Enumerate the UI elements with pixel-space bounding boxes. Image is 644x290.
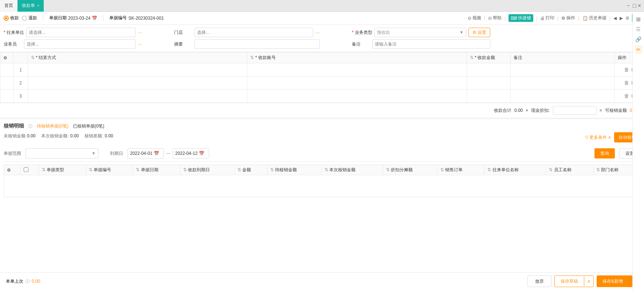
biz-type-select[interactable]: 预收款 ▼	[374, 28, 466, 37]
unchecked-label: 未核销金额	[4, 133, 25, 139]
table-settings-icon[interactable]: ⚙	[3, 55, 7, 60]
sidebar-attach-icon[interactable]: 🔗	[634, 35, 643, 44]
settlement-cell[interactable]	[28, 77, 247, 90]
tab-bar: 首页 收款单 × － □ ×	[0, 0, 644, 12]
print-btn[interactable]: 🖨 打印	[540, 15, 554, 21]
date-from-input[interactable]: 2022-04-01 📅	[127, 148, 164, 158]
counterparty-group: * 往来单位 ···	[4, 28, 142, 37]
account-cell[interactable]	[247, 63, 467, 77]
done-tab[interactable]: 已核销单据(0笔)	[73, 123, 105, 129]
note-input[interactable]	[372, 39, 490, 49]
staff-more-icon[interactable]: ···	[138, 41, 142, 47]
staff-input[interactable]	[24, 39, 136, 49]
cal-from-icon[interactable]: 📅	[154, 151, 159, 156]
query-btn[interactable]: 查询	[594, 148, 615, 158]
account-cell[interactable]	[247, 90, 467, 103]
table-row: 1 🗑 ⧉	[0, 63, 644, 77]
delete-icon[interactable]: 🗑	[624, 93, 629, 99]
counterparty-input[interactable]	[26, 28, 136, 37]
calendar-icon[interactable]: 📅	[92, 16, 97, 21]
video-icon: ⊙	[468, 16, 471, 21]
save-draft-main-btn[interactable]: 保存草稿	[555, 276, 584, 287]
doc-range-arrow-icon: ▼	[91, 151, 96, 156]
operations-btn[interactable]: ⚙ 操作	[561, 15, 575, 21]
doc-num-field: 单据编号 SK-20230324-001	[109, 15, 164, 21]
verif-info-icon[interactable]: ⓘ	[28, 124, 32, 129]
radio-group: 收款 退款	[4, 15, 37, 21]
tab-receipt[interactable]: 收款单 ×	[17, 0, 44, 12]
tab-home[interactable]: 首页	[0, 0, 17, 12]
doc-range-select[interactable]: ▼	[25, 148, 98, 158]
save-draft-arrow-btn[interactable]: ∧	[584, 277, 593, 286]
counterparty-more-icon[interactable]: ···	[138, 30, 142, 35]
settlement-cell[interactable]	[28, 90, 247, 103]
help-btn[interactable]: ⊙ 帮助	[488, 15, 502, 21]
print-icon: 🖨	[540, 16, 545, 21]
cal-to-icon[interactable]: 📅	[199, 151, 204, 156]
summary-input[interactable]	[195, 39, 320, 49]
arrow-left-icon[interactable]: ◀	[613, 16, 617, 21]
list-view-icon[interactable]: ≡	[626, 15, 629, 21]
plus-sign: +	[526, 108, 528, 113]
arrow-right-icon[interactable]: ▶	[620, 16, 623, 21]
sidebar-edit-icon[interactable]: ✏	[635, 45, 642, 54]
shortcut-icon: ⌨	[511, 16, 517, 21]
settlement-cell[interactable]	[28, 63, 247, 77]
col-counterparty-header: ⇅ 往来单位名称	[484, 165, 546, 175]
equals-sign: =	[600, 108, 602, 113]
row-settings	[0, 77, 13, 90]
col-amount-header: ⇅ 金额	[234, 165, 267, 175]
note-cell[interactable]	[510, 63, 614, 77]
verif-title: 核销明细	[4, 123, 24, 129]
available-label: 可核销金额	[605, 107, 627, 114]
table-row: 2 🗑 ⧉	[0, 77, 644, 90]
print-label: 打印	[546, 15, 554, 21]
col-settlement-header: ⇅ * 结算方式	[28, 52, 247, 63]
verification-section: 核销明细 ⓘ 待核销单据(0笔) 已核销单据(0笔) 未核销金额 0.00 本次…	[0, 118, 644, 290]
diff-label: 核销差额:	[85, 133, 103, 139]
delete-icon[interactable]: 🗑	[624, 80, 629, 86]
tab-close-icon[interactable]: ×	[37, 4, 39, 8]
col-checkbox-header[interactable]	[21, 165, 39, 175]
prev-info-icon[interactable]: ⓘ	[25, 279, 30, 284]
sort-icon-dept: ⇅	[596, 167, 600, 172]
doc-range-label: 单据范围	[4, 150, 21, 157]
date-to-input[interactable]: 2022-04-12 📅	[173, 148, 209, 158]
col-note-header: 备注	[510, 52, 614, 63]
shortcut-btn[interactable]: ⌨ 快捷键	[508, 14, 533, 22]
sort-icon-this_verify: ⇅	[325, 167, 328, 172]
account-cell[interactable]	[247, 77, 467, 90]
col-settings-header[interactable]: ⚙	[0, 52, 13, 63]
col-settings-header[interactable]: ⚙	[4, 165, 21, 175]
date-range: 2022-04-01 📅 — 2022-04-12 📅	[127, 148, 209, 158]
delete-icon[interactable]: 🗑	[624, 67, 629, 73]
bottom-left: 本单上次 ⓘ 0.00	[6, 278, 40, 285]
sidebar-table-icon[interactable]: ▦	[635, 15, 642, 23]
amount-cell[interactable]	[467, 77, 510, 90]
video-btn[interactable]: ⊙ 视频	[468, 15, 481, 21]
minimize-icon[interactable]: －	[625, 2, 631, 9]
amount-cell[interactable]	[467, 63, 510, 77]
sort-icon-discount: ⇅	[386, 167, 390, 172]
note-cell[interactable]	[510, 77, 614, 90]
pending-tab[interactable]: 待核销单据(0笔)	[37, 123, 68, 129]
note-cell[interactable]	[510, 90, 614, 103]
more-conditions-btn[interactable]: ▽ 更多条件 ∧	[585, 134, 611, 141]
table2-settings-gear-icon[interactable]: ⚙	[7, 168, 11, 173]
radio-receipt[interactable]: 收款	[4, 15, 19, 21]
close-icon[interactable]: ×	[638, 3, 641, 9]
maximize-icon[interactable]: □	[633, 3, 636, 9]
sort-icon-3: ⇅	[470, 55, 474, 60]
radio-refund[interactable]: 退款	[22, 15, 37, 21]
sidebar-doc-icon[interactable]: ☰	[635, 25, 642, 34]
amount-cell[interactable]	[467, 90, 510, 103]
history-btn[interactable]: 📋 历史单据	[582, 15, 606, 21]
store-input[interactable]	[195, 28, 313, 37]
discount-input[interactable]	[553, 106, 597, 115]
save-new-main-btn[interactable]: 保存&新增	[597, 276, 629, 287]
select-all-checkbox[interactable]	[24, 167, 28, 172]
settings-button[interactable]: ⚙ 设置	[468, 28, 490, 37]
abandon-btn[interactable]: 放弃	[527, 275, 551, 287]
sort-icon-counterparty: ⇅	[487, 167, 491, 172]
store-more-icon[interactable]: ···	[315, 30, 320, 35]
